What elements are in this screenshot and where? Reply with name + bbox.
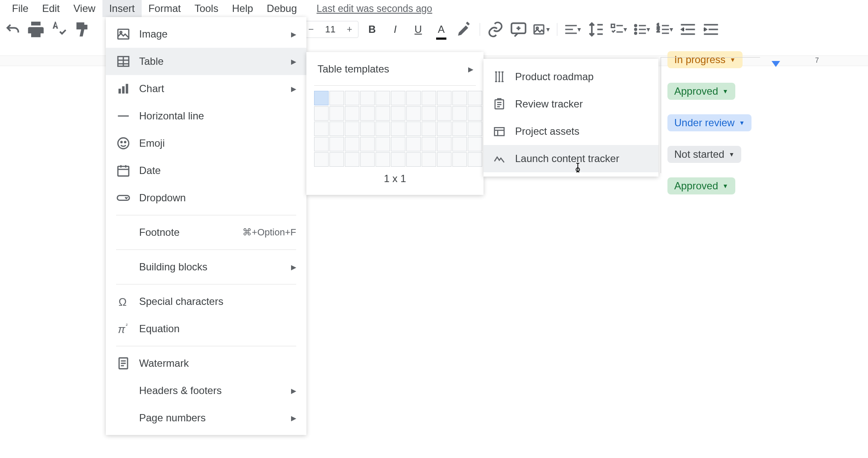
table-grid-cell[interactable] <box>452 122 467 136</box>
insert-menu-item[interactable]: Chart▶ <box>106 75 306 102</box>
table-grid-cell[interactable] <box>391 137 405 151</box>
underline-button[interactable]: U <box>409 20 428 39</box>
checklist-button[interactable]: ▼ <box>609 20 628 39</box>
table-grid-cell[interactable] <box>468 106 482 121</box>
menu-debug[interactable]: Debug <box>260 0 304 17</box>
table-grid-cell[interactable] <box>329 152 344 167</box>
table-grid-cell[interactable] <box>360 137 375 151</box>
text-color-button[interactable]: A <box>432 20 451 39</box>
status-chip[interactable]: Under review▼ <box>667 114 751 131</box>
line-spacing-button[interactable] <box>586 20 605 39</box>
table-grid-cell[interactable] <box>314 122 329 136</box>
menu-help[interactable]: Help <box>225 0 260 17</box>
link-button[interactable] <box>486 20 505 39</box>
insert-menu-item[interactable]: Watermark <box>106 350 306 377</box>
table-grid-cell[interactable] <box>376 106 390 121</box>
align-button[interactable]: ▼ <box>563 20 582 39</box>
indent-inc-button[interactable] <box>702 20 720 39</box>
table-grid-cell[interactable] <box>391 152 405 167</box>
table-grid-cell[interactable] <box>376 91 390 105</box>
font-size-value[interactable]: 11 <box>320 24 341 35</box>
table-grid-cell[interactable] <box>406 122 421 136</box>
bold-button[interactable]: B <box>363 20 382 39</box>
table-grid-cell[interactable] <box>437 152 451 167</box>
table-grid-cell[interactable] <box>406 91 421 105</box>
insert-menu-item[interactable]: Horizontal line <box>106 102 306 130</box>
table-grid-cell[interactable] <box>406 137 421 151</box>
highlight-button[interactable] <box>455 20 474 39</box>
print-icon[interactable] <box>26 20 45 39</box>
table-grid-cell[interactable] <box>360 91 375 105</box>
table-grid-cell[interactable] <box>468 91 482 105</box>
table-grid-cell[interactable] <box>452 137 467 151</box>
table-grid-cell[interactable] <box>422 152 436 167</box>
template-item[interactable]: Project assets <box>484 118 658 145</box>
table-grid-cell[interactable] <box>314 106 329 121</box>
comment-button[interactable] <box>509 20 528 39</box>
insert-menu-item[interactable]: Emoji <box>106 130 306 157</box>
insert-menu-item[interactable]: Dropdown <box>106 184 306 212</box>
table-grid-cell[interactable] <box>468 137 482 151</box>
table-grid-cell[interactable] <box>422 122 436 136</box>
table-grid-cell[interactable] <box>452 106 467 121</box>
status-chip[interactable]: Approved▼ <box>667 177 735 194</box>
table-grid-cell[interactable] <box>329 91 344 105</box>
menu-view[interactable]: View <box>67 0 102 17</box>
table-grid-cell[interactable] <box>437 122 451 136</box>
numbered-list-button[interactable]: 12▼ <box>655 20 674 39</box>
table-grid-cell[interactable] <box>452 152 467 167</box>
table-grid-cell[interactable] <box>376 152 390 167</box>
insert-menu-item[interactable]: Page numbers▶ <box>106 404 306 432</box>
insert-menu-item[interactable]: Headers & footers▶ <box>106 377 306 404</box>
table-templates-item[interactable]: Table templates ▶ <box>306 56 484 82</box>
menu-edit[interactable]: Edit <box>35 0 67 17</box>
table-grid-picker[interactable] <box>306 89 484 170</box>
template-item[interactable]: Launch content tracker <box>484 145 658 172</box>
table-grid-cell[interactable] <box>468 122 482 136</box>
table-grid-cell[interactable] <box>345 137 359 151</box>
insert-menu-item[interactable]: π²Equation <box>106 315 306 342</box>
insert-menu-item[interactable]: ΩSpecial characters <box>106 288 306 315</box>
insert-menu-item[interactable]: Date <box>106 157 306 184</box>
table-grid-cell[interactable] <box>345 122 359 136</box>
font-size-inc[interactable]: + <box>341 21 358 38</box>
insert-menu-item[interactable]: Footnote⌘+Option+F <box>106 219 306 246</box>
table-grid-cell[interactable] <box>329 122 344 136</box>
menu-file[interactable]: File <box>5 0 35 17</box>
table-grid-cell[interactable] <box>314 152 329 167</box>
table-grid-cell[interactable] <box>391 122 405 136</box>
ruler-indent-marker[interactable] <box>772 61 780 67</box>
table-grid-cell[interactable] <box>376 137 390 151</box>
table-grid-cell[interactable] <box>406 106 421 121</box>
table-grid-cell[interactable] <box>314 137 329 151</box>
spellcheck-icon[interactable] <box>50 20 68 39</box>
status-chip[interactable]: In progress▼ <box>667 51 743 68</box>
menu-insert[interactable]: Insert <box>102 0 142 17</box>
indent-dec-button[interactable] <box>679 20 697 39</box>
insert-menu-item[interactable]: Table▶ <box>106 48 306 75</box>
status-chip[interactable]: Approved▼ <box>667 83 735 100</box>
table-grid-cell[interactable] <box>422 106 436 121</box>
image-insert-button[interactable]: ▼ <box>532 20 551 39</box>
table-grid-cell[interactable] <box>437 91 451 105</box>
template-item[interactable]: Review tracker <box>484 90 658 118</box>
table-grid-cell[interactable] <box>376 122 390 136</box>
menu-format[interactable]: Format <box>142 0 188 17</box>
table-grid-cell[interactable] <box>422 91 436 105</box>
table-grid-cell[interactable] <box>360 122 375 136</box>
insert-menu-item[interactable]: Building blocks▶ <box>106 253 306 281</box>
table-grid-cell[interactable] <box>345 91 359 105</box>
table-grid-cell[interactable] <box>329 137 344 151</box>
table-grid-cell[interactable] <box>391 91 405 105</box>
last-edit-label[interactable]: Last edit was seconds ago <box>317 3 432 14</box>
redo-icon[interactable] <box>3 20 22 39</box>
table-grid-cell[interactable] <box>345 152 359 167</box>
table-grid-cell[interactable] <box>391 106 405 121</box>
italic-button[interactable]: I <box>386 20 405 39</box>
bullet-list-button[interactable]: ▼ <box>632 20 651 39</box>
insert-menu-item[interactable]: Image▶ <box>106 20 306 48</box>
table-grid-cell[interactable] <box>422 137 436 151</box>
table-grid-cell[interactable] <box>314 91 329 105</box>
paint-format-icon[interactable] <box>73 20 91 39</box>
table-grid-cell[interactable] <box>360 152 375 167</box>
